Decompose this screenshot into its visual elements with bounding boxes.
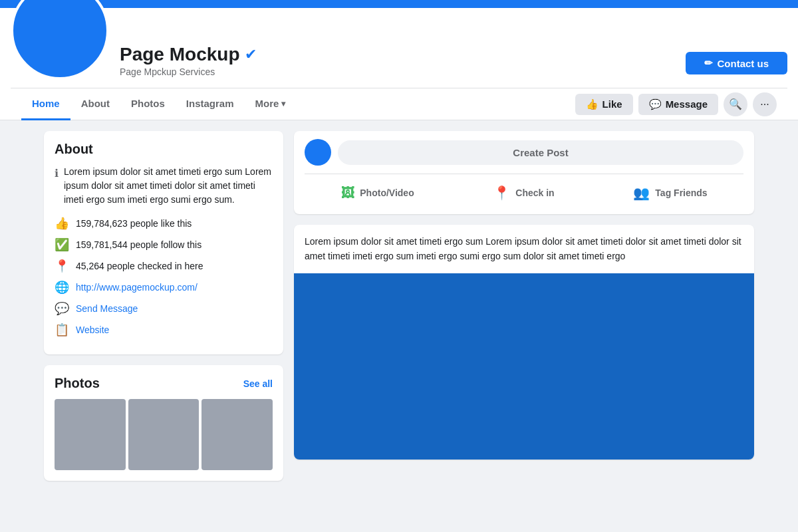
- about-description-text: Lorem ipsum dolor sit amet timeti ergo s…: [64, 165, 273, 207]
- send-message-row: 💬 Send Message: [55, 301, 273, 316]
- website-row: 📋 Website: [55, 323, 273, 337]
- photo-thumb-3[interactable]: [201, 399, 273, 470]
- see-all-photos-link[interactable]: See all: [243, 378, 273, 389]
- profile-top: Page Mockup ✔ Page Mpckup Services ✏ Con…: [11, 8, 787, 88]
- follows-stat-row: ✅ 159,781,544 people follow this: [55, 237, 273, 252]
- user-avatar: [305, 139, 331, 166]
- website-url-link[interactable]: http://www.pagemockup.com/: [76, 282, 198, 293]
- tab-instagram[interactable]: Instagram: [176, 88, 245, 120]
- avatar: [11, 0, 109, 80]
- checkin-icon: 📍: [493, 185, 510, 201]
- like-button[interactable]: 👍 Like: [575, 94, 633, 115]
- likes-stat-text: 159,784,623 people like this: [76, 218, 192, 229]
- about-card: About ℹ Lorem ipsum dolor sit amet timet…: [44, 131, 283, 354]
- tab-home[interactable]: Home: [21, 88, 70, 120]
- create-post-button[interactable]: Create Post: [338, 140, 743, 165]
- pencil-icon: ✏: [704, 57, 713, 69]
- messenger-link-icon: 💬: [55, 301, 69, 316]
- avatar-wrap: [11, 0, 109, 80]
- tag-icon: 👥: [633, 185, 650, 201]
- send-message-link[interactable]: Send Message: [76, 303, 138, 314]
- photo-video-label: Photo/Video: [360, 188, 414, 198]
- page-nav: Home About Photos Instagram More ▾ 👍 Lik…: [11, 88, 787, 120]
- profile-actions: ✏ Contact us: [686, 52, 787, 80]
- main-content: About ℹ Lorem ipsum dolor sit amet timet…: [33, 120, 765, 491]
- photos-card: Photos See all: [44, 365, 283, 481]
- right-column: Create Post 🖼 Photo/Video 📍 Check in 👥 T…: [294, 131, 754, 481]
- profile-section: Page Mockup ✔ Page Mpckup Services ✏ Con…: [0, 8, 798, 120]
- ellipsis-icon: ···: [760, 98, 769, 110]
- cover-strip: [0, 0, 798, 8]
- contact-us-button[interactable]: ✏ Contact us: [686, 52, 787, 74]
- post-card: Lorem ipsum dolor sit amet timeti ergo s…: [294, 225, 754, 460]
- post-image: [294, 273, 754, 460]
- website-url-row: 🌐 http://www.pagemockup.com/: [55, 280, 273, 295]
- tab-about[interactable]: About: [70, 88, 120, 120]
- profile-name-row: Page Mockup ✔: [120, 44, 686, 65]
- page-name: Page Mockup: [120, 44, 239, 65]
- about-title: About: [55, 142, 273, 157]
- photo-thumb-2[interactable]: [128, 399, 200, 470]
- create-post-top: Create Post: [305, 139, 743, 166]
- nav-tabs: Home About Photos Instagram More ▾: [21, 88, 575, 120]
- photos-header: Photos See all: [55, 376, 273, 391]
- photos-grid: [55, 399, 273, 470]
- thumbs-up-icon: 👍: [586, 98, 598, 110]
- post-text: Lorem ipsum dolor sit amet timeti ergo s…: [294, 225, 754, 273]
- nav-action-buttons: 👍 Like 💬 Message 🔍 ···: [575, 92, 777, 116]
- globe-icon: 🌐: [55, 280, 69, 295]
- photo-video-action[interactable]: 🖼 Photo/Video: [305, 180, 451, 206]
- create-post-card: Create Post 🖼 Photo/Video 📍 Check in 👥 T…: [294, 131, 754, 214]
- search-icon: 🔍: [729, 98, 742, 110]
- create-post-actions: 🖼 Photo/Video 📍 Check in 👥 Tag Friends: [305, 174, 743, 206]
- photo-icon: 🖼: [341, 186, 354, 201]
- checkin-stat-icon: 📍: [55, 259, 69, 273]
- search-button[interactable]: 🔍: [724, 92, 747, 116]
- tag-friends-action[interactable]: 👥 Tag Friends: [597, 180, 743, 206]
- contact-us-label: Contact us: [717, 58, 769, 69]
- left-column: About ℹ Lorem ipsum dolor sit amet timet…: [44, 131, 283, 481]
- profile-info: Page Mockup ✔ Page Mpckup Services: [120, 39, 686, 80]
- checkins-stat-row: 📍 45,264 people checked in here: [55, 259, 273, 273]
- tab-more[interactable]: More ▾: [245, 88, 297, 120]
- thumbs-up-stat-icon: 👍: [55, 216, 69, 231]
- check-in-action[interactable]: 📍 Check in: [451, 180, 597, 206]
- check-in-label: Check in: [515, 188, 554, 198]
- more-chevron-icon: ▾: [281, 99, 285, 108]
- tab-photos[interactable]: Photos: [120, 88, 176, 120]
- follow-stat-icon: ✅: [55, 237, 69, 252]
- info-icon: ℹ: [55, 166, 59, 182]
- tag-friends-label: Tag Friends: [655, 188, 707, 198]
- messenger-icon: 💬: [649, 98, 662, 110]
- page-subtitle: Page Mpckup Services: [120, 66, 686, 77]
- photo-thumb-1[interactable]: [55, 399, 126, 470]
- more-options-button[interactable]: ···: [753, 92, 777, 116]
- verified-icon: ✔: [245, 46, 257, 63]
- checkins-stat-text: 45,264 people checked in here: [76, 261, 203, 271]
- likes-stat-row: 👍 159,784,623 people like this: [55, 216, 273, 231]
- follows-stat-text: 159,781,544 people follow this: [76, 239, 201, 250]
- about-description-row: ℹ Lorem ipsum dolor sit amet timeti ergo…: [55, 165, 273, 207]
- photos-title: Photos: [55, 376, 100, 391]
- message-button[interactable]: 💬 Message: [638, 94, 718, 115]
- website-link[interactable]: Website: [76, 325, 109, 335]
- website-icon: 📋: [55, 323, 69, 337]
